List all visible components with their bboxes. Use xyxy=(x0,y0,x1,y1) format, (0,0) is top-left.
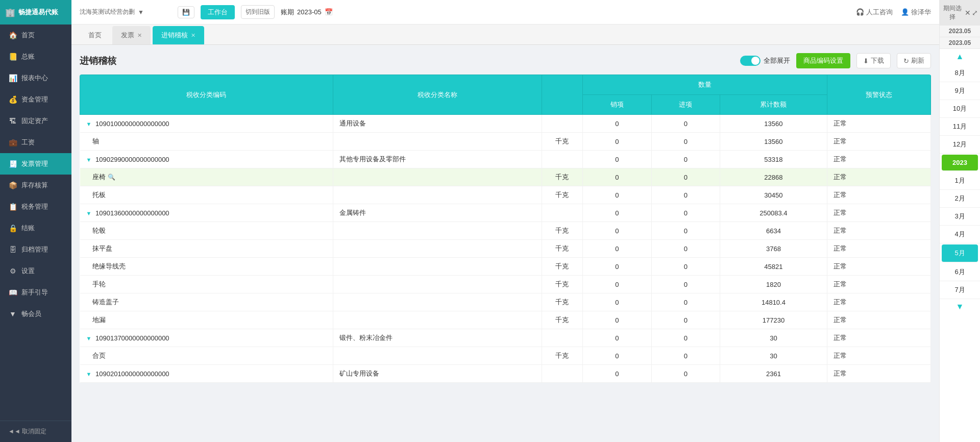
tab-reconcile[interactable]: 进销稽核 ✕ xyxy=(153,26,204,44)
member-icon: ▼ xyxy=(8,310,17,318)
sidebar-item-assets[interactable]: 🏗 固定资产 xyxy=(0,110,71,132)
table-row[interactable]: 托板 千克 0 0 30450 正常 xyxy=(80,186,931,204)
download-button[interactable]: ⬇ 下载 xyxy=(856,53,891,68)
month-item[interactable]: 7月 xyxy=(940,281,980,299)
toggle-track[interactable] xyxy=(740,56,761,66)
cell-status: 正常 xyxy=(827,186,930,204)
page-title: 进销稽核 xyxy=(80,55,116,67)
calendar-icon: 📅 xyxy=(325,8,333,16)
sidebar-unpin[interactable]: ◄◄ 取消固定 xyxy=(0,421,71,442)
table-row[interactable]: ▼ 10902010000000000000 矿山专用设备 0 0 2361 正… xyxy=(80,365,931,383)
save-button[interactable]: 💾 xyxy=(178,6,194,18)
collapse-icon[interactable]: ▼ xyxy=(86,157,92,163)
cell-item-name: 地漏 xyxy=(80,311,333,329)
table-row[interactable]: ▼ 10902990000000000000 其他专用设备及零部件 0 0 53… xyxy=(80,151,931,168)
collapse-icon[interactable]: ▼ xyxy=(86,210,92,216)
cell-code: ▼ 10901360000000000000 xyxy=(80,204,333,222)
sidebar-item-capital[interactable]: 💰 资金管理 xyxy=(0,89,71,110)
sidebar-item-invoice[interactable]: 🧾 发票管理 xyxy=(0,153,71,175)
cell-item-desc xyxy=(333,276,542,293)
month-item[interactable]: 6月 xyxy=(940,263,980,281)
cell-purchase: 0 xyxy=(651,133,720,151)
cell-purchase: 0 xyxy=(651,115,720,133)
user-menu[interactable]: 👤 徐泽华 xyxy=(901,8,931,17)
sidebar-label-assets: 固定资产 xyxy=(21,116,48,126)
cell-status: 正常 xyxy=(827,365,930,383)
table-row[interactable]: 铸造盖子 千克 0 0 14810.4 正常 xyxy=(80,293,931,311)
panel-down-arrow[interactable]: ▼ xyxy=(940,299,980,314)
sidebar-item-salary[interactable]: 💼 工资 xyxy=(0,132,71,153)
sidebar-item-member[interactable]: ▼ 畅会员 xyxy=(0,303,71,325)
download-icon: ⬇ xyxy=(863,57,869,65)
expand-toggle[interactable]: 全部展开 xyxy=(740,56,790,66)
table-row[interactable]: 轮毂 千克 0 0 6634 正常 xyxy=(80,222,931,240)
cell-item-desc xyxy=(333,168,542,186)
sidebar-item-reports[interactable]: 📊 报表中心 xyxy=(0,67,71,89)
sidebar-label-closing: 结账 xyxy=(21,224,35,233)
month-item[interactable]: 10月 xyxy=(940,100,980,118)
cell-item-desc xyxy=(333,133,542,151)
month-item[interactable]: 3月 xyxy=(940,208,980,226)
tab-invoice[interactable]: 发票 ✕ xyxy=(112,26,151,44)
collapse-icon[interactable]: ▼ xyxy=(86,335,92,341)
refresh-button[interactable]: ↻ 刷新 xyxy=(897,53,931,68)
table-row[interactable]: ▼ 10901360000000000000 金属铸件 0 0 250083.4… xyxy=(80,204,931,222)
sidebar-item-home[interactable]: 🏠 首页 xyxy=(0,24,71,46)
company-selector[interactable]: 沈海英测试经营勿删 ▼ xyxy=(80,8,172,16)
panel-close-button[interactable]: ✕ xyxy=(965,9,971,17)
tab-invoice-close[interactable]: ✕ xyxy=(137,32,142,39)
sidebar-item-tax[interactable]: 📋 税务管理 xyxy=(0,196,71,217)
col-tax-name: 税收分类名称 xyxy=(333,75,542,115)
sidebar-item-settings[interactable]: ⚙ 设置 xyxy=(0,260,71,282)
cell-unit xyxy=(542,365,582,383)
guide-icon: 📖 xyxy=(8,288,17,297)
cell-item-name: 抹平盘 xyxy=(80,240,333,258)
table-row[interactable]: ▼ 10901000000000000000 通用设备 0 0 13560 正常 xyxy=(80,115,931,133)
switch-version-button[interactable]: 切到旧版 xyxy=(241,5,275,19)
cell-purchase: 0 xyxy=(651,329,720,347)
sidebar-item-archive[interactable]: 🗄 归档管理 xyxy=(0,239,71,260)
tab-home[interactable]: 首页 xyxy=(80,26,110,44)
user-icon: 👤 xyxy=(901,8,909,16)
toggle-thumb xyxy=(751,57,760,65)
table-row[interactable]: 座椅🔍 千克 0 0 22868 正常 xyxy=(80,168,931,186)
table-row[interactable]: 抹平盘 千克 0 0 3768 正常 xyxy=(80,240,931,258)
table-row[interactable]: 合页 千克 0 0 30 正常 xyxy=(80,347,931,365)
month-item[interactable]: 9月 xyxy=(940,82,980,100)
workbench-button[interactable]: 工作台 xyxy=(201,5,235,19)
month-item[interactable]: 5月 xyxy=(942,244,978,262)
month-item[interactable]: 11月 xyxy=(940,118,980,136)
month-item[interactable]: 12月 xyxy=(940,136,980,154)
month-item[interactable]: 4月 xyxy=(940,226,980,243)
service-button[interactable]: 🎧 人工咨询 xyxy=(856,8,893,17)
cell-item-name: 轴 xyxy=(80,133,333,151)
sidebar-item-closing[interactable]: 🔒 结账 xyxy=(0,217,71,239)
month-item[interactable]: 8月 xyxy=(940,64,980,82)
col-unit-header xyxy=(542,75,582,115)
table-row[interactable]: ▼ 10901370000000000000 锻件、粉末冶金件 0 0 30 正… xyxy=(80,329,931,347)
cell-total: 1820 xyxy=(720,276,827,293)
panel-expand-button[interactable]: ⤢ xyxy=(972,9,978,17)
table-row[interactable]: 轴 千克 0 0 13560 正常 xyxy=(80,133,931,151)
table-row[interactable]: 绝缘导线壳 千克 0 0 45821 正常 xyxy=(80,258,931,276)
content-area: 进销稽核 全部展开 商品编码设置 ⬇ 下载 ↻ 刷新 xyxy=(71,45,939,442)
table-row[interactable]: 手轮 千克 0 0 1820 正常 xyxy=(80,276,931,293)
collapse-icon[interactable]: ▼ xyxy=(86,121,92,127)
product-code-button[interactable]: 商品编码设置 xyxy=(796,53,850,68)
sidebar-item-inventory[interactable]: 📦 库存核算 xyxy=(0,175,71,196)
sidebar-label-tax: 税务管理 xyxy=(21,202,48,211)
period-panel-title: 期间选择 xyxy=(942,4,963,21)
capital-icon: 💰 xyxy=(8,95,17,104)
collapse-icon[interactable]: ▼ xyxy=(86,371,92,377)
month-item[interactable]: 2月 xyxy=(940,190,980,208)
tab-reconcile-close[interactable]: ✕ xyxy=(191,32,195,39)
year-label[interactable]: 2023 xyxy=(942,155,978,171)
table-row[interactable]: 地漏 千克 0 0 177230 正常 xyxy=(80,311,931,329)
search-icon[interactable]: 🔍 xyxy=(108,174,115,181)
sidebar-item-guide[interactable]: 📖 新手引导 xyxy=(0,282,71,303)
cell-sales: 0 xyxy=(582,258,651,276)
cell-purchase: 0 xyxy=(651,365,720,383)
month-item[interactable]: 1月 xyxy=(940,172,980,190)
panel-up-arrow[interactable]: ▲ xyxy=(940,49,980,64)
sidebar-item-ledger[interactable]: 📒 总账 xyxy=(0,46,71,67)
